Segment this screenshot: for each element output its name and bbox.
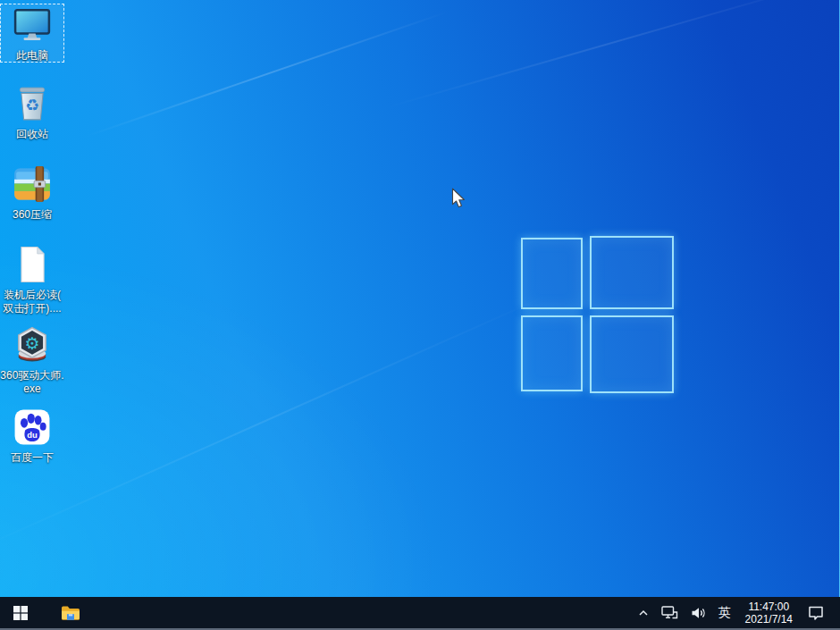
svg-text:♻: ♻ [25, 97, 39, 114]
windows-logo-pane [521, 315, 583, 391]
windows-logo-pane [590, 315, 674, 393]
file-explorer-icon [61, 605, 80, 621]
file-explorer-button[interactable] [50, 597, 91, 628]
desktop-wallpaper: 此电脑 ♻ 回收站 360压缩 [0, 0, 840, 630]
document-icon [13, 246, 51, 283]
system-tray: 英 11:47:00 2021/7/14 [634, 597, 840, 628]
chevron-up-icon [638, 609, 649, 617]
tray-network-button[interactable] [657, 597, 683, 628]
svg-text:⚙: ⚙ [25, 334, 40, 353]
desktop-icon-recycle-bin[interactable]: ♻ 回收站 [0, 82, 64, 141]
start-button[interactable] [0, 597, 41, 628]
tray-language-indicator[interactable]: 英 [714, 597, 735, 628]
desktop-icon-360driver[interactable]: ⚙ 360驱动大师. exe [0, 323, 64, 396]
light-ray [0, 292, 552, 555]
desktop-icon-baidu[interactable]: du 百度一下 [0, 406, 64, 465]
windows-logo-pane [590, 236, 674, 309]
icon-label: 360驱动大师. exe [0, 369, 64, 396]
icon-label: 360压缩 [0, 208, 64, 222]
baidu-icon: du [13, 408, 51, 446]
taskbar: 英 11:47:00 2021/7/14 [0, 597, 840, 630]
desktop-icon-readme[interactable]: 装机后必读( 双击打开).... [0, 243, 64, 315]
recycle-bin-icon: ♻ [13, 85, 51, 122]
clock-date: 2021/7/14 [745, 613, 793, 626]
windows-start-icon [13, 606, 28, 620]
icon-label: 回收站 [0, 128, 64, 141]
tray-volume-button[interactable] [686, 597, 710, 628]
action-center-icon [807, 605, 825, 621]
svg-text:du: du [27, 430, 38, 440]
speaker-icon [691, 607, 706, 619]
light-ray [384, 0, 831, 108]
icon-label: 装机后必读( 双击打开).... [0, 289, 64, 315]
tray-clock[interactable]: 11:47:00 2021/7/14 [739, 601, 799, 626]
taskbar-empty-area [91, 597, 634, 628]
windows-logo-pane [521, 238, 583, 309]
mouse-cursor [451, 188, 466, 209]
desktop-icon-this-pc[interactable]: 此电脑 [0, 4, 64, 63]
desktop-icon-360zip[interactable]: 360压缩 [0, 163, 64, 222]
360driver-icon: ⚙ [13, 326, 51, 364]
icon-label: 百度一下 [0, 451, 64, 465]
360zip-icon [13, 165, 51, 203]
network-ethernet-icon [661, 606, 678, 619]
icon-label: 此电脑 [0, 49, 64, 63]
clock-time: 11:47:00 [745, 601, 793, 613]
light-ray [85, 11, 449, 137]
this-pc-icon [13, 6, 51, 44]
windows-logo-wallpaper [521, 236, 674, 391]
tray-chevron-button[interactable] [634, 597, 653, 628]
action-center-button[interactable] [802, 597, 829, 628]
